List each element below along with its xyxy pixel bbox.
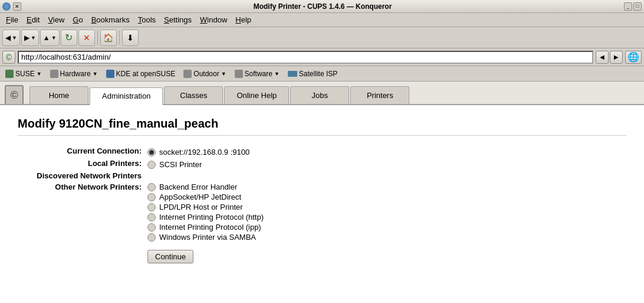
other-network-label: Other Network Printers: <box>18 180 147 243</box>
bookmark-kde[interactable]: KDE at openSUSE <box>103 69 179 79</box>
local-printers-text: SCSI Printer <box>159 160 202 169</box>
samba-radio[interactable] <box>147 233 156 242</box>
menu-settings[interactable]: Settings <box>160 14 195 25</box>
address-nav: ◀ ▶ <box>596 51 623 64</box>
kde-icon <box>106 70 114 78</box>
bookmark-suse[interactable]: SUSE ▼ <box>2 69 45 79</box>
local-printers-value: SCSI Printer <box>147 158 626 170</box>
window-title: Modify Printer - CUPS 1.4.6 — Konqueror <box>254 2 392 11</box>
address-field[interactable]: http://localhost:631/admin/ <box>18 51 593 64</box>
address-forward-btn[interactable]: ▶ <box>610 51 623 64</box>
ipp-label: Internet Printing Protocol (ipp) <box>159 223 261 232</box>
minimize-button[interactable]: _ <box>624 2 632 11</box>
download-button[interactable]: ⬇ <box>122 30 139 46</box>
software-icon <box>235 70 243 78</box>
up-button[interactable]: ▲ ▼ <box>40 30 60 46</box>
ipp-http-radio[interactable] <box>147 213 156 221</box>
address-back-btn[interactable]: ◀ <box>596 51 609 64</box>
maximize-button[interactable]: □ <box>633 2 642 11</box>
bookmark-hardware[interactable]: Hardware ▼ <box>47 69 101 79</box>
tab-administration[interactable]: Administration <box>90 87 163 105</box>
local-printers-radio[interactable] <box>147 161 156 169</box>
titlebar-left: ✕ <box>2 2 21 11</box>
tab-home[interactable]: Home <box>29 86 88 104</box>
titlebar-controls: _ □ <box>624 2 642 11</box>
continue-button[interactable]: Continue <box>147 250 193 263</box>
printer-form: Current Connection: socket://192.168.0.9… <box>18 145 626 263</box>
samba-radio-row: Windows Printer via SAMBA <box>147 233 626 242</box>
current-connection-value: socket://192.168.0.9 :9100 <box>147 145 626 158</box>
continue-row: Continue <box>18 243 626 263</box>
appsocket-label: AppSocket/HP JetDirect <box>159 193 241 201</box>
bookmark-outdoor-label: Outdoor <box>193 70 219 78</box>
lpd-radio[interactable] <box>147 203 156 211</box>
toolbar: ◀ ▼ ▶ ▼ ▲ ▼ ↻ ✕ 🏠 ⬇ <box>0 27 644 48</box>
appsocket-radio[interactable] <box>147 193 156 201</box>
menu-help[interactable]: Help <box>232 14 255 25</box>
bookmark-suse-label: SUSE <box>15 70 35 78</box>
menu-go[interactable]: Go <box>69 14 86 25</box>
outdoor-chevron: ▼ <box>221 71 226 77</box>
separator-1 <box>97 31 98 45</box>
discovered-network-value <box>147 170 626 180</box>
bookmark-kde-label: KDE at openSUSE <box>116 70 176 78</box>
page-title: Modify 9120CN_fine_manual_peach <box>18 117 626 136</box>
bookmark-outdoor[interactable]: Outdoor ▼ <box>180 69 229 79</box>
current-connection-radio[interactable] <box>147 148 156 157</box>
appsocket-radio-row: AppSocket/HP JetDirect <box>147 193 626 201</box>
address-reload-button[interactable]: © <box>2 51 15 64</box>
tab-jobs[interactable]: Jobs <box>290 86 349 104</box>
tab-classes[interactable]: Classes <box>164 86 223 104</box>
hardware-chevron: ▼ <box>93 71 98 77</box>
samba-label: Windows Printer via SAMBA <box>159 233 256 242</box>
other-network-row: Other Network Printers: Backend Error Ha… <box>18 180 626 243</box>
bookmark-satellite[interactable]: Satellite ISP <box>285 69 340 79</box>
menu-bookmarks[interactable]: Bookmarks <box>88 14 133 25</box>
titlebar: ✕ Modify Printer - CUPS 1.4.6 — Konquero… <box>0 0 644 13</box>
hardware-icon <box>50 70 58 78</box>
cups-logo: © <box>5 85 24 104</box>
ipp-radio[interactable] <box>147 223 156 232</box>
ipp-http-radio-row: Internet Printing Protocol (http) <box>147 213 626 221</box>
software-chevron: ▼ <box>274 71 280 77</box>
app-icon <box>2 2 11 11</box>
lpd-label: LPD/LPR Host or Printer <box>159 203 243 211</box>
backend-error-radio-row: Backend Error Handler <box>147 183 626 191</box>
menu-view[interactable]: View <box>44 14 68 25</box>
suse-icon <box>5 70 14 78</box>
menu-file[interactable]: File <box>2 14 22 25</box>
suse-chevron: ▼ <box>37 71 42 77</box>
backend-error-radio[interactable] <box>147 183 156 191</box>
current-connection-row: Current Connection: socket://192.168.0.9… <box>18 145 626 158</box>
menu-edit[interactable]: Edit <box>23 14 43 25</box>
separator-2 <box>119 31 120 45</box>
tab-online-help[interactable]: Online Help <box>224 86 289 104</box>
ipp-http-label: Internet Printing Protocol (http) <box>159 213 264 221</box>
menu-tools[interactable]: Tools <box>134 14 159 25</box>
backend-error-label: Backend Error Handler <box>159 183 237 191</box>
close-button[interactable]: ✕ <box>13 2 21 11</box>
discovered-network-label: Discovered Network Printers <box>18 170 147 180</box>
menubar: File Edit View Go Bookmarks Tools Settin… <box>0 13 644 27</box>
bookmark-satellite-label: Satellite ISP <box>299 70 337 78</box>
forward-button[interactable]: ▶ ▼ <box>21 30 39 46</box>
lpd-radio-row: LPD/LPR Host or Printer <box>147 203 626 211</box>
current-connection-text: socket://192.168.0.9 :9100 <box>159 148 249 157</box>
tab-printers[interactable]: Printers <box>350 86 409 104</box>
home-button[interactable]: 🏠 <box>100 30 117 46</box>
local-printers-radio-row: SCSI Printer <box>147 160 626 169</box>
outdoor-icon <box>183 70 192 78</box>
stop-button[interactable]: ✕ <box>78 30 95 46</box>
network-button[interactable]: 🌐 <box>625 51 642 64</box>
local-printers-label: Local Printers: <box>18 158 147 170</box>
bookmark-software[interactable]: Software ▼ <box>232 69 282 79</box>
main-content: Modify 9120CN_fine_manual_peach Current … <box>0 105 644 303</box>
back-button[interactable]: ◀ ▼ <box>2 30 20 46</box>
address-url: http://localhost:631/admin/ <box>21 53 111 61</box>
bookmarks-bar: SUSE ▼ Hardware ▼ KDE at openSUSE Outdoo… <box>0 66 644 82</box>
menu-window[interactable]: Window <box>196 14 231 25</box>
local-printers-row: Local Printers: SCSI Printer <box>18 158 626 170</box>
bookmark-hardware-label: Hardware <box>60 70 91 78</box>
satellite-icon <box>288 71 297 77</box>
reload-button[interactable]: ↻ <box>61 30 77 46</box>
